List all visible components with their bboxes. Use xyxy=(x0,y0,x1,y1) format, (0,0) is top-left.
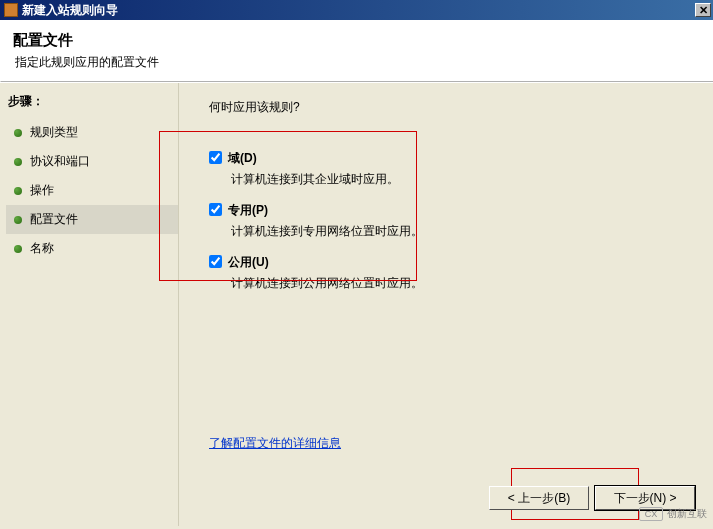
sidebar-step-action[interactable]: 操作 xyxy=(6,176,178,205)
next-button[interactable]: 下一步(N) > xyxy=(595,486,695,510)
step-label: 名称 xyxy=(30,240,54,257)
page-title: 配置文件 xyxy=(13,31,701,50)
checkbox-label-public: 公用(U) xyxy=(228,254,269,271)
checkbox-desc-domain: 计算机连接到其企业域时应用。 xyxy=(231,171,693,188)
wizard-button-row: < 上一步(B) 下一步(N) > xyxy=(489,486,695,510)
titlebar: 新建入站规则向导 ✕ xyxy=(0,0,713,20)
bullet-icon xyxy=(14,158,22,166)
step-label: 操作 xyxy=(30,182,54,199)
checkbox-label-domain: 域(D) xyxy=(228,150,257,167)
wizard-sidebar: 步骤： 规则类型 协议和端口 操作 配置文件 名称 xyxy=(0,83,178,526)
back-button[interactable]: < 上一步(B) xyxy=(489,486,589,510)
checkbox-label-private: 专用(P) xyxy=(228,202,268,219)
step-label: 协议和端口 xyxy=(30,153,90,170)
step-label: 规则类型 xyxy=(30,124,78,141)
sidebar-step-profile[interactable]: 配置文件 xyxy=(6,205,178,234)
close-button[interactable]: ✕ xyxy=(695,3,711,17)
checkbox-private[interactable] xyxy=(209,203,222,216)
sidebar-step-name[interactable]: 名称 xyxy=(6,234,178,263)
page-description: 指定此规则应用的配置文件 xyxy=(15,54,701,71)
bullet-icon xyxy=(14,129,22,137)
bullet-icon xyxy=(14,245,22,253)
wizard-main: 何时应用该规则? 域(D) 计算机连接到其企业域时应用。 专用(P) 计算机连接… xyxy=(178,83,713,526)
wizard-body: 步骤： 规则类型 协议和端口 操作 配置文件 名称 何时应用该规则? xyxy=(0,82,713,526)
checkbox-desc-private: 计算机连接到专用网络位置时应用。 xyxy=(231,223,693,240)
window-title: 新建入站规则向导 xyxy=(22,2,695,19)
learn-more-link[interactable]: 了解配置文件的详细信息 xyxy=(209,435,341,452)
sidebar-step-rule-type[interactable]: 规则类型 xyxy=(6,118,178,147)
checkbox-domain[interactable] xyxy=(209,151,222,164)
step-label: 配置文件 xyxy=(30,211,78,228)
sidebar-title: 步骤： xyxy=(8,93,178,110)
checkbox-public[interactable] xyxy=(209,255,222,268)
bullet-icon xyxy=(14,187,22,195)
checkbox-row-private: 专用(P) xyxy=(209,202,693,219)
checkbox-row-public: 公用(U) xyxy=(209,254,693,271)
sidebar-step-protocol-port[interactable]: 协议和端口 xyxy=(6,147,178,176)
checkbox-row-domain: 域(D) xyxy=(209,150,693,167)
app-icon xyxy=(4,3,18,17)
question-text: 何时应用该规则? xyxy=(209,99,693,116)
bullet-icon xyxy=(14,216,22,224)
wizard-header: 配置文件 指定此规则应用的配置文件 xyxy=(0,20,713,82)
checkbox-desc-public: 计算机连接到公用网络位置时应用。 xyxy=(231,275,693,292)
